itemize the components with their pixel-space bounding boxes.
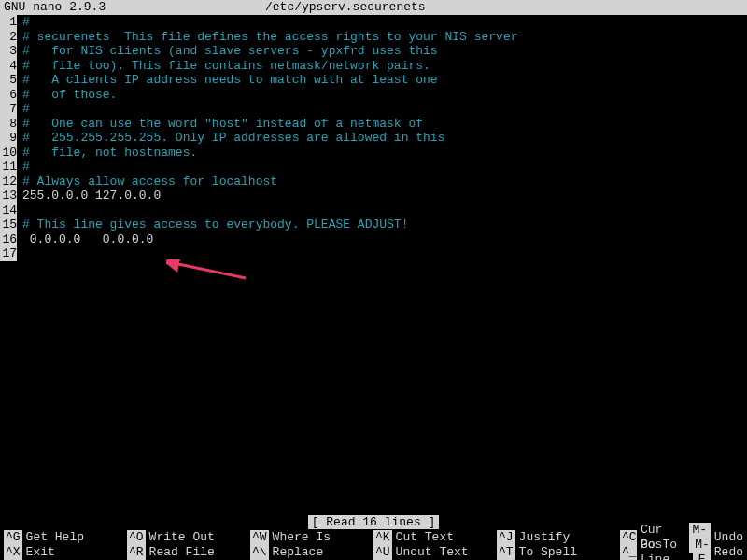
code-line[interactable]: # for NIS clients (and slave servers - y… [22, 44, 747, 59]
shortcut: ^UUncut Text [374, 545, 497, 560]
editor-area[interactable]: 1234567891011121314151617 ## securenets … [0, 15, 747, 261]
nano-header: GNU nano 2.9.3 /etc/ypserv.securenets [0, 0, 747, 15]
line-number: 14 [0, 203, 17, 218]
code-line[interactable]: # [22, 15, 747, 30]
line-number: 6 [0, 88, 17, 103]
line-number: 11 [0, 160, 17, 175]
shortcut: ^KCut Text [374, 530, 497, 545]
nano-footer: [ Read 16 lines ] ^GGet Help^OWrite Out^… [0, 515, 747, 560]
line-number: 17 [0, 246, 17, 261]
shortcut-label: Replace [273, 545, 324, 560]
shortcut-label: Go To Line [641, 538, 685, 560]
shortcut: ^XExit [4, 545, 127, 560]
line-number: 3 [0, 44, 17, 59]
line-number: 1 [0, 15, 17, 30]
shortcut: ^GGet Help [4, 530, 127, 545]
shortcut-key: ^T [497, 545, 515, 560]
filename: /etc/ypserv.securenets [265, 0, 743, 15]
shortcut-key: ^W [250, 530, 269, 545]
shortcut: ^JJustify [497, 530, 620, 545]
code-line[interactable]: # securenets This file defines the acces… [22, 30, 747, 45]
code-line[interactable] [22, 246, 747, 261]
shortcut-label: Read File [149, 545, 215, 560]
code-line[interactable]: # A clients IP address needs to match wi… [22, 73, 747, 88]
code-line[interactable]: # One can use the word "host" instead of… [22, 117, 747, 132]
shortcut: ^\Replace [250, 545, 374, 560]
code-line[interactable]: # [22, 102, 747, 117]
shortcut-label: Where Is [273, 530, 331, 545]
shortcut-label: Write Out [149, 530, 215, 545]
shortcut-label: Uncut Text [396, 545, 469, 560]
shortcut-key: ^\ [250, 545, 269, 560]
shortcut-key: ^O [127, 530, 146, 545]
shortcut-label: To Spell [519, 545, 577, 560]
shortcut: ^TTo Spell [497, 545, 620, 560]
shortcut-key: ^C [620, 530, 637, 545]
shortcut-label: Justify [519, 530, 571, 545]
line-number: 8 [0, 117, 17, 132]
shortcut-label: Redo [714, 545, 743, 560]
shortcuts-row2: ^XExit^RRead File^\Replace^UUncut Text^T… [0, 545, 747, 560]
shortcut-key: ^R [127, 545, 146, 560]
shortcut-key: M-E [693, 538, 710, 560]
line-number: 5 [0, 73, 17, 88]
shortcuts-row1: ^GGet Help^OWrite Out^WWhere Is^KCut Tex… [0, 530, 747, 545]
code-line[interactable]: # 255.255.255.255. Only IP addresses are… [22, 131, 747, 146]
shortcut-key: ^G [4, 530, 22, 545]
shortcut: ^_Go To LineM-ERedo [620, 545, 743, 560]
line-gutter: 1234567891011121314151617 [0, 15, 19, 261]
code-line[interactable]: # file too). This file contains netmask/… [22, 59, 747, 74]
status-message: [ Read 16 lines ] [308, 515, 440, 529]
line-number: 15 [0, 217, 17, 232]
shortcut-label: Get Help [26, 530, 84, 545]
shortcut-key: ^X [4, 545, 22, 560]
shortcut: ^WWhere Is [250, 530, 374, 545]
app-name: GNU nano 2.9.3 [4, 0, 265, 15]
file-content[interactable]: ## securenets This file defines the acce… [19, 15, 747, 261]
line-number: 4 [0, 59, 17, 74]
shortcut: ^RRead File [127, 545, 250, 560]
code-line[interactable]: # Always allow access for localhost [22, 175, 747, 189]
annotation-arrow [166, 259, 250, 287]
line-number: 2 [0, 30, 17, 45]
shortcut-key: ^K [374, 530, 392, 545]
line-number: 16 [0, 232, 17, 247]
shortcut-label: Exit [26, 545, 55, 560]
line-number: 7 [0, 102, 17, 117]
line-number: 9 [0, 131, 17, 146]
code-line[interactable]: 0.0.0.0 0.0.0.0 [22, 232, 747, 247]
line-number: 10 [0, 146, 17, 161]
line-number: 12 [0, 175, 17, 189]
code-line[interactable]: # file, not hostnames. [22, 146, 747, 161]
code-line[interactable]: # of those. [22, 88, 747, 103]
shortcut-label: Cut Text [396, 530, 454, 545]
svg-line-1 [174, 263, 246, 278]
code-line[interactable] [22, 203, 747, 218]
code-line[interactable]: 255.0.0.0 127.0.0.0 [22, 189, 747, 203]
shortcut-key: ^J [497, 530, 515, 545]
status-bar: [ Read 16 lines ] [0, 515, 747, 530]
code-line[interactable]: # [22, 160, 747, 175]
code-line[interactable]: # This line gives access to everybody. P… [22, 217, 747, 232]
shortcut-key: ^U [374, 545, 392, 560]
shortcut-label: Undo [714, 530, 743, 545]
shortcut: ^OWrite Out [127, 530, 250, 545]
shortcut-key: ^_ [620, 545, 637, 560]
line-number: 13 [0, 189, 17, 203]
